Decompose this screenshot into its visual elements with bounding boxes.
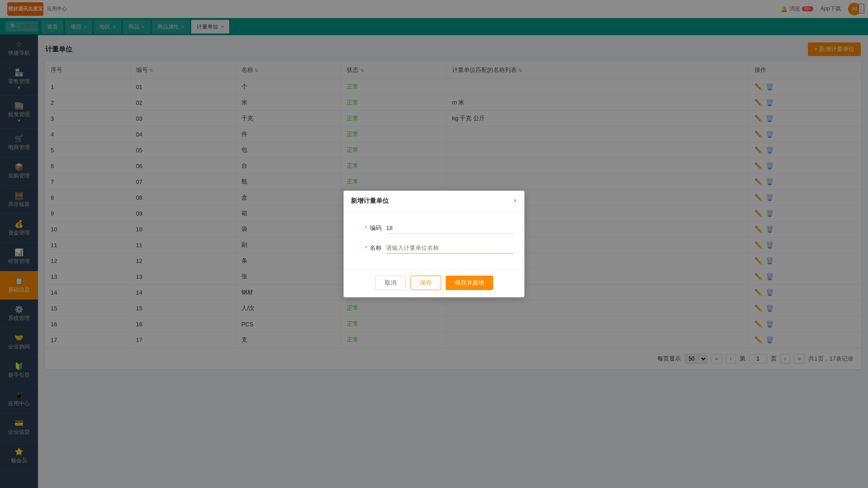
add-unit-modal: 新增计量单位 × * 编码 * 名称 取消 保存 保存并新增 <box>344 191 524 297</box>
name-input[interactable] <box>386 243 514 253</box>
modal-close-btn[interactable]: × <box>513 197 517 205</box>
modal-overlay[interactable]: 新增计量单位 × * 编码 * 名称 取消 保存 保存并新增 <box>0 0 868 488</box>
modal-body: * 编码 * 名称 <box>344 212 524 270</box>
modal-header: 新增计量单位 × <box>344 191 524 212</box>
save-button[interactable]: 保存 <box>410 276 441 290</box>
modal-footer: 取消 保存 保存并新增 <box>344 270 524 297</box>
modal-title: 新增计量单位 <box>351 197 389 205</box>
form-item-name: * 名称 <box>354 243 514 253</box>
cancel-button[interactable]: 取消 <box>375 276 406 290</box>
name-label: * 名称 <box>354 244 382 252</box>
save-and-new-button[interactable]: 保存并新增 <box>446 276 493 290</box>
code-input[interactable] <box>386 223 514 234</box>
code-label: * 编码 <box>354 224 382 232</box>
form-item-code: * 编码 <box>354 223 514 234</box>
